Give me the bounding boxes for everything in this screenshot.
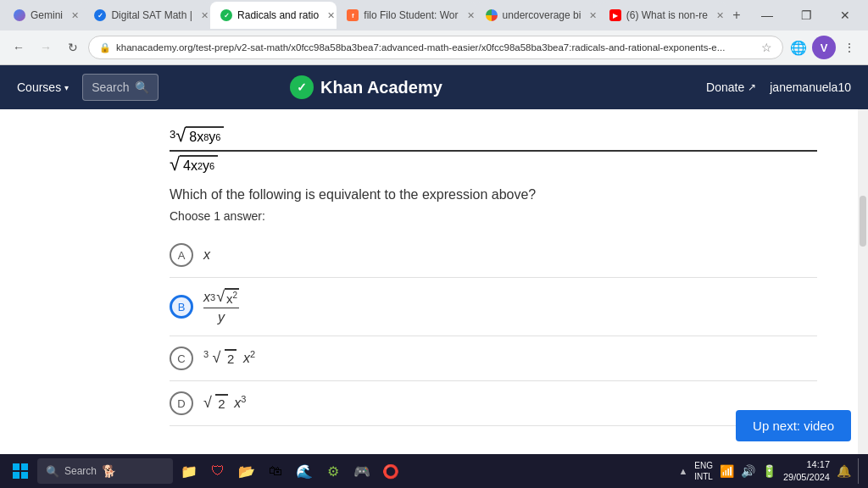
donate-button[interactable]: Donate ↗	[706, 80, 756, 94]
windows-icon	[13, 463, 28, 479]
donate-external-icon: ↗	[748, 81, 756, 93]
svg-rect-2	[13, 472, 19, 479]
cube-root-index: 3	[170, 128, 175, 141]
question-text: Which of the following is equivalent to …	[170, 187, 817, 202]
answer-choice-d[interactable]: D √ 2 x3	[170, 381, 817, 426]
taskbar-app-circle[interactable]: ⭕	[378, 458, 403, 484]
numerator-radicand: 8x8y6	[186, 126, 224, 145]
address-field[interactable]: 🔒 khanacademy.org/test-prep/v2-sat-math/…	[88, 36, 783, 59]
bookmark-icon[interactable]: ☆	[761, 41, 772, 54]
window-controls: — ❐ ✕	[748, 0, 865, 30]
clock[interactable]: 14:17 29/05/2024	[783, 458, 830, 485]
radical-sign-numerator: √	[175, 126, 186, 145]
search-label: Search	[92, 80, 129, 94]
extensions-icon[interactable]: 🌐	[787, 36, 810, 59]
taskbar-app-explorer[interactable]: 📂	[234, 458, 259, 484]
tab-radicals[interactable]: ✓ Radicals and ratio ✕	[210, 2, 337, 29]
denominator-radicand: 4x2y6	[180, 155, 218, 174]
taskbar-sys-tray: ▲	[678, 466, 687, 476]
courses-menu[interactable]: Courses ▾	[17, 80, 69, 94]
choice-content-d: √ 2 x3	[203, 394, 246, 412]
browser-chrome: Gemini ✕ ✓ Digital SAT Math | ✕ ✓ Radica…	[0, 0, 868, 65]
forward-button[interactable]: →	[34, 36, 58, 59]
taskbar-right: ▲ ENG INTL 📶 🔊 🔋 14:17 29/05/2024 🔔	[678, 458, 861, 485]
tab-bar: Gemini ✕ ✓ Digital SAT Math | ✕ ✓ Radica…	[0, 0, 868, 30]
show-desktop-button[interactable]	[858, 458, 861, 484]
search-bar[interactable]: Search 🔍	[82, 74, 158, 101]
close-tab-radicals[interactable]: ✕	[327, 10, 335, 21]
address-bar-row: ← → ↻ 🔒 khanacademy.org/test-prep/v2-sat…	[0, 30, 868, 64]
choice-content-c: 3 √ 2 x2	[203, 349, 255, 367]
scrollbar[interactable]	[858, 109, 868, 455]
notification-bell-icon[interactable]: 🔔	[837, 464, 851, 478]
choice-circle-d: D	[170, 391, 193, 415]
svg-rect-3	[21, 472, 28, 479]
taskbar: 🔍 Search 🐕 📁 🛡 📂 🛍 🌊 ⚙ 🎮 ⭕ ▲	[0, 454, 868, 488]
taskbar-app-security[interactable]: 🛡	[205, 458, 231, 484]
choice-circle-c: C	[170, 347, 193, 370]
network-icon[interactable]: 📶	[720, 464, 734, 478]
taskbar-dog-icon: 🐕	[102, 464, 116, 478]
answer-choice-b[interactable]: B x 3 √ x2 y	[170, 278, 817, 336]
secure-icon: 🔒	[99, 42, 111, 53]
close-tab-youtube[interactable]: ✕	[716, 10, 724, 21]
battery-icon[interactable]: 🔋	[762, 464, 776, 478]
ka-logo-text: Khan Academy	[320, 78, 442, 97]
toolbar-icons: 🌐 V ⋮	[787, 36, 861, 59]
main-area: › 3 √ 8x8y6 √ 4x2y6 Which of the followi…	[0, 109, 868, 455]
tab-digital-sat[interactable]: ✓ Digital SAT Math | ✕	[84, 2, 210, 29]
choice-content-a: x	[203, 247, 210, 263]
back-button[interactable]: ←	[7, 36, 31, 59]
radical-sign-denominator: √	[170, 155, 180, 174]
denominator-expression: √ 4x2y6	[170, 150, 817, 174]
taskbar-app-game[interactable]: 🎮	[349, 458, 375, 484]
close-button[interactable]: ✕	[826, 0, 865, 30]
answer-choice-a[interactable]: A x	[170, 233, 817, 278]
question-expression: 3 √ 8x8y6 √ 4x2y6	[170, 126, 817, 174]
menu-icon[interactable]: ⋮	[837, 36, 861, 59]
language-indicator[interactable]: ENG INTL	[694, 460, 713, 482]
start-button[interactable]	[7, 458, 34, 485]
taskbar-app-settings[interactable]: ⚙	[320, 458, 346, 484]
choose-label: Choose 1 answer:	[170, 209, 817, 223]
taskbar-app-edge[interactable]: 🌊	[292, 458, 317, 484]
taskbar-search-icon: 🔍	[46, 465, 59, 478]
new-tab-button[interactable]: +	[726, 3, 748, 27]
taskbar-search-label: Search	[64, 465, 97, 477]
khan-academy-nav: Courses ▾ Search 🔍 ✓ Khan Academy Donate…	[0, 65, 868, 109]
answer-choice-c[interactable]: C 3 √ 2 x2	[170, 336, 817, 381]
close-tab-undercoverage[interactable]: ✕	[589, 10, 597, 21]
choice-circle-a: A	[170, 243, 193, 267]
up-arrow-icon[interactable]: ▲	[678, 466, 687, 476]
tab-youtube[interactable]: ▶ (6) What is non-re‌ ✕	[599, 2, 726, 29]
tab-gemini[interactable]: Gemini ✕	[3, 2, 84, 29]
user-profile[interactable]: janemanuela10	[770, 80, 851, 94]
tab-filo[interactable]: f filo Filo Student: Wor‌ ✕	[337, 2, 475, 29]
profile-icon[interactable]: V	[812, 36, 836, 59]
ka-logo-icon: ✓	[290, 75, 314, 99]
scrollbar-thumb[interactable]	[860, 196, 866, 247]
courses-chevron-icon: ▾	[64, 83, 69, 92]
close-tab-digital-sat[interactable]: ✕	[201, 10, 209, 21]
ka-right: Donate ↗ janemanuela10	[706, 80, 851, 94]
time-display: 14:17	[783, 458, 830, 471]
up-next-button[interactable]: Up next: video	[736, 410, 851, 441]
reload-button[interactable]: ↻	[61, 36, 85, 59]
close-tab-filo[interactable]: ✕	[467, 10, 475, 21]
taskbar-app-store[interactable]: 🛍	[263, 458, 288, 484]
date-display: 29/05/2024	[783, 471, 830, 484]
numerator-expression: 3 √ 8x8y6	[170, 126, 817, 145]
minimize-button[interactable]: —	[748, 0, 787, 30]
taskbar-apps: 📁 🛡 📂 🛍 🌊 ⚙ 🎮 ⭕	[176, 458, 403, 484]
choice-content-b: x 3 √ x2 y	[203, 288, 239, 325]
maximize-button[interactable]: ❐	[787, 0, 826, 30]
address-text: khanacademy.org/test-prep/v2-sat-math/x0…	[116, 42, 753, 53]
svg-rect-0	[13, 463, 19, 470]
courses-label: Courses	[17, 80, 61, 94]
tab-undercoverage[interactable]: undercoverage bi‌ ✕	[476, 2, 599, 29]
taskbar-search-bar[interactable]: 🔍 Search 🐕	[37, 458, 173, 484]
volume-icon[interactable]: 🔊	[741, 464, 755, 478]
close-tab-gemini[interactable]: ✕	[71, 10, 79, 21]
taskbar-app-files[interactable]: 📁	[176, 458, 202, 484]
search-icon: 🔍	[135, 80, 149, 94]
